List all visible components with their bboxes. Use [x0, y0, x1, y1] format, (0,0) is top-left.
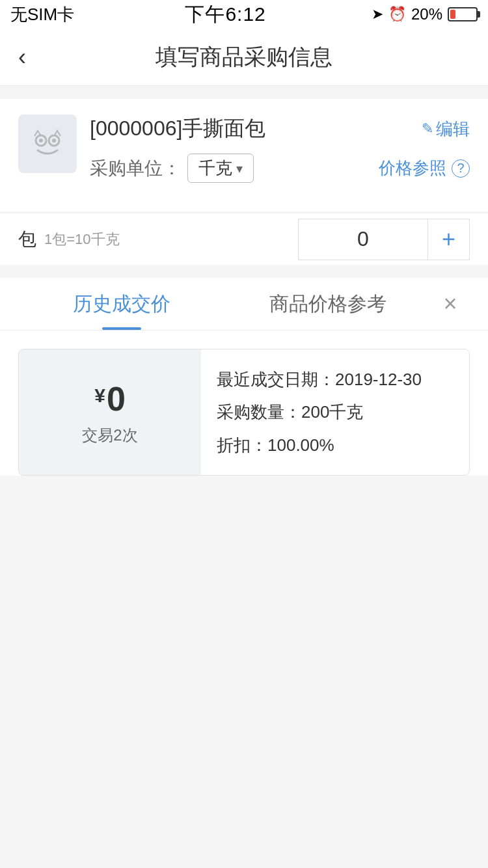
edit-label: 编辑 — [436, 118, 470, 141]
tabs-close-button[interactable]: × — [431, 278, 470, 330]
trade-price: ¥ 0 — [94, 379, 126, 418]
tab-history-price[interactable]: 历史成交价 — [18, 278, 224, 330]
trade-card-left: ¥ 0 交易2次 — [19, 349, 201, 475]
recent-date-label: 最近成交日期： — [217, 370, 335, 389]
trade-card: ¥ 0 交易2次 最近成交日期：2019-12-30 采购数量：200千克 折扣… — [18, 349, 470, 476]
purchase-unit-label: 采购单位： 千克 ▾ — [90, 154, 254, 183]
quantity-row: 包 1包=10千克 + — [0, 213, 488, 265]
price-reference-button[interactable]: 价格参照 ? — [379, 157, 470, 180]
currency-symbol: ¥ — [94, 385, 105, 407]
status-bar: 无SIM卡 下午6:12 ➤ ⏰ 20% — [0, 0, 488, 29]
trade-count-label: 交易2次 — [82, 425, 137, 446]
purchase-qty-label: 采购数量： — [217, 402, 301, 422]
product-card: [0000006]手撕面包 ✎ 编辑 采购单位： 千克 ▾ 价格参照 ? — [0, 99, 488, 211]
carrier-text: 无SIM卡 — [10, 3, 74, 26]
empty-area — [0, 494, 488, 868]
alarm-icon: ⏰ — [388, 6, 406, 23]
product-icon — [18, 115, 77, 173]
discount-row: 折扣：100.00% — [217, 433, 454, 457]
quantity-plus-button[interactable]: + — [428, 219, 470, 260]
unit-value: 千克 — [198, 157, 232, 180]
battery-icon — [448, 7, 478, 21]
product-full-name: [0000006]手撕面包 — [90, 115, 265, 143]
recent-date-row: 最近成交日期：2019-12-30 — [217, 368, 454, 391]
quantity-control: + — [298, 219, 470, 260]
tabs-header: 历史成交价 商品价格参考 × — [0, 278, 488, 331]
price-value: 0 — [107, 379, 126, 418]
page-title: 填写商品采购信息 — [156, 42, 332, 72]
trade-card-right: 最近成交日期：2019-12-30 采购数量：200千克 折扣：100.00% — [201, 349, 469, 475]
purchase-qty-row: 采购数量：200千克 — [217, 400, 454, 424]
question-icon: ? — [452, 159, 470, 178]
svg-point-3 — [52, 139, 56, 142]
product-top-row: [0000006]手撕面包 ✎ 编辑 采购单位： 千克 ▾ 价格参照 ? — [18, 115, 470, 183]
recent-date-value: 2019-12-30 — [335, 370, 422, 389]
unit-label-text: 采购单位： — [90, 156, 181, 181]
location-icon: ➤ — [372, 6, 383, 23]
page-header: ‹ 填写商品采购信息 — [0, 29, 488, 86]
edit-button[interactable]: ✎ 编辑 — [422, 118, 470, 141]
quantity-input[interactable] — [298, 219, 428, 260]
discount-value: 100.00% — [267, 435, 334, 455]
discount-label: 折扣： — [217, 435, 267, 455]
svg-point-2 — [39, 139, 43, 142]
product-name-row: [0000006]手撕面包 ✎ 编辑 — [90, 115, 470, 143]
status-left: 无SIM卡 — [10, 3, 79, 26]
chevron-down-icon: ▾ — [236, 161, 243, 176]
unit-char: 包 — [18, 227, 36, 252]
status-time: 下午6:12 — [185, 1, 265, 28]
price-ref-label: 价格参照 — [379, 157, 446, 180]
battery-percent: 20% — [411, 5, 442, 23]
status-right: ➤ ⏰ 20% — [372, 5, 478, 23]
unit-select-dropdown[interactable]: 千克 ▾ — [187, 154, 254, 183]
tabs-panel: 历史成交价 商品价格参考 × ¥ 0 交易2次 最近成交日期：2019-12-3… — [0, 278, 488, 476]
back-button[interactable]: ‹ — [18, 44, 26, 71]
tab-product-price-ref[interactable]: 商品价格参考 — [224, 278, 431, 330]
tab-history-price-label: 历史成交价 — [73, 291, 170, 318]
tab-product-price-ref-label: 商品价格参考 — [269, 291, 386, 318]
unit-convert-label: 1包=10千克 — [44, 230, 120, 249]
purchase-unit-row: 采购单位： 千克 ▾ 价格参照 ? — [90, 154, 470, 183]
quantity-unit-label: 包 1包=10千克 — [18, 227, 120, 252]
purchase-qty-value: 200千克 — [301, 402, 363, 422]
edit-icon: ✎ — [422, 120, 433, 137]
product-info: [0000006]手撕面包 ✎ 编辑 采购单位： 千克 ▾ 价格参照 ? — [90, 115, 470, 183]
